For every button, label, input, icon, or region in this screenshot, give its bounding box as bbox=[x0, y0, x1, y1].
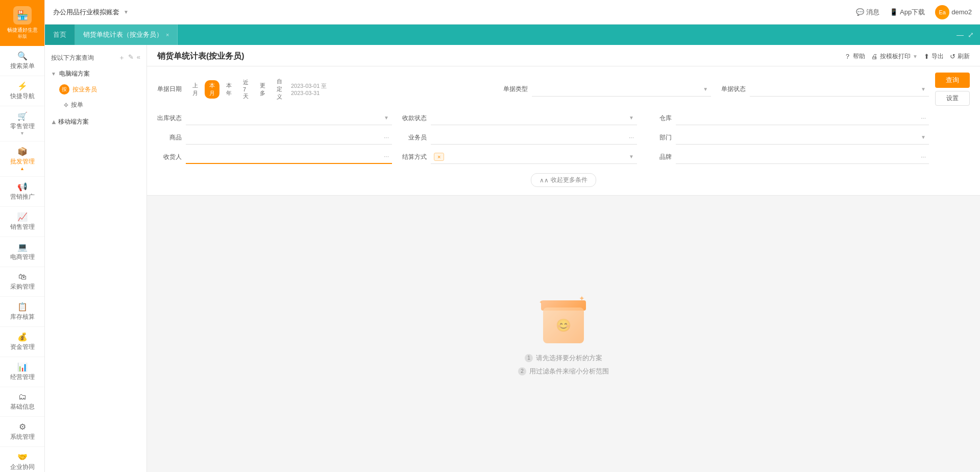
add-scheme-icon[interactable]: ＋ bbox=[118, 53, 125, 62]
sidebar-item-operations[interactable]: 📊 经营管理 bbox=[0, 357, 44, 387]
warehouse-more-icon: ··· bbox=[921, 114, 926, 122]
sidebar-item-quicknav[interactable]: ⚡ 快捷导航 bbox=[0, 76, 44, 106]
recvstatus-select[interactable]: ▼ bbox=[431, 111, 637, 125]
edit-scheme-icon[interactable]: ✎ bbox=[128, 53, 134, 62]
settlement-select[interactable]: × ▼ bbox=[431, 150, 637, 164]
collapse-button[interactable]: ∧∧ 收起更多条件 bbox=[531, 173, 596, 187]
topbar-right: 💬 消息 📱 App下载 Ea demo2 bbox=[856, 5, 972, 19]
date-btn-lastmonth[interactable]: 上月 bbox=[188, 80, 203, 99]
sidebar-item-purchase[interactable]: 🛍 采购管理 bbox=[0, 267, 44, 297]
expand-arrow-icon: ▼ bbox=[51, 71, 56, 77]
brand-label: 品牌 bbox=[647, 153, 676, 161]
sidebar-label-retail: 零售管理 bbox=[10, 122, 35, 131]
filter-row-2: 出库状态 ▼ 收款状态 ▼ 仓库 bbox=[157, 111, 970, 125]
box-body: 😊 bbox=[543, 308, 584, 343]
refresh-button[interactable]: ↺ 刷新 bbox=[950, 52, 970, 61]
help-icon: ？ bbox=[844, 52, 851, 61]
filter-field-settlement: 结算方式 × ▼ bbox=[402, 150, 637, 164]
left-panel: 按以下方案查询 ＋ ✎ « ▼ 电脑端方案 按 按业务员 ❖ 按 bbox=[45, 45, 147, 472]
docstatus-label: 单据状态 bbox=[721, 85, 750, 93]
outstatus-select[interactable]: ▼ bbox=[186, 111, 392, 125]
sidebar: 🏪 畅捷通好生意 标版 🔍 搜索菜单 ⚡ 快捷导航 🛒 零售管理 ▼ 📦 批发管… bbox=[0, 0, 45, 472]
settlement-dropdown-icon: ▼ bbox=[629, 154, 634, 159]
sidebar-item-retail[interactable]: 🛒 零售管理 ▼ bbox=[0, 106, 44, 141]
avatar: Ea bbox=[935, 5, 949, 19]
active-tab-label: 销货单统计表（按业务员） bbox=[83, 30, 163, 39]
recipient-input[interactable]: ··· bbox=[186, 150, 392, 164]
main-area: 办公用品行业模拟账套 ▼ 💬 消息 📱 App下载 Ea demo2 首页 销货… bbox=[45, 0, 980, 472]
settlement-clear-tag: × bbox=[434, 153, 444, 161]
help-button[interactable]: ？ 帮助 bbox=[844, 52, 865, 61]
collapse-panel-icon[interactable]: « bbox=[137, 53, 140, 62]
date-btn-thisyear[interactable]: 本年 bbox=[222, 80, 236, 99]
date-btn-thismonth[interactable]: 本月 bbox=[205, 80, 219, 99]
settings-button[interactable]: 设置 bbox=[935, 91, 970, 106]
sidebar-item-basic-info[interactable]: 🗂 基础信息 bbox=[0, 387, 44, 417]
goods-more-icon: ··· bbox=[384, 134, 389, 141]
tab-shrink-button[interactable]: — bbox=[957, 31, 964, 39]
wholesale-icon: 📦 bbox=[17, 147, 28, 156]
date-buttons: 上月 本月 本年 近7天 更多 自定义 bbox=[188, 76, 287, 102]
empty-hint-2-text: 用过滤条件来缩小分析范围 bbox=[529, 367, 609, 376]
refresh-icon: ↺ bbox=[950, 53, 955, 60]
logo-sub: 标版 bbox=[18, 33, 27, 40]
tab-home[interactable]: 首页 bbox=[45, 25, 75, 45]
salesman-select[interactable]: ··· bbox=[431, 130, 637, 145]
salesman-more-icon: ··· bbox=[629, 134, 634, 141]
query-button[interactable]: 查询 bbox=[935, 73, 970, 88]
sidebar-item-wholesale[interactable]: 📦 批发管理 ▲ bbox=[0, 141, 44, 177]
marketing-icon: 📢 bbox=[17, 182, 28, 192]
sidebar-item-finance[interactable]: 💰 资金管理 bbox=[0, 327, 44, 357]
recipient-more-icon: ··· bbox=[384, 153, 389, 160]
date-btn-more[interactable]: 更多 bbox=[255, 80, 270, 99]
sidebar-item-ecommerce[interactable]: 💻 电商管理 bbox=[0, 237, 44, 267]
sidebar-item-marketing[interactable]: 📢 营销推广 bbox=[0, 177, 44, 207]
page-header: 销货单统计表(按业务员) ？ 帮助 🖨 按模板打印 ▼ ⬆ 导出 bbox=[147, 45, 980, 66]
print-button[interactable]: 🖨 按模板打印 ▼ bbox=[871, 52, 918, 61]
app-download-button[interactable]: 📱 App下载 bbox=[890, 8, 925, 17]
messages-button[interactable]: 💬 消息 bbox=[856, 8, 879, 17]
sidebar-label-wholesale: 批发管理 bbox=[10, 157, 35, 166]
scheme-group-mobile-header[interactable]: ▶ 移动端方案 bbox=[45, 114, 146, 129]
sidebar-item-sales[interactable]: 📈 销售管理 bbox=[0, 207, 44, 237]
recvstatus-dropdown-icon: ▼ bbox=[629, 115, 634, 121]
filter-area: 单据日期 上月 本月 本年 近7天 更多 自定义 2023-03-01 至 20… bbox=[147, 66, 980, 196]
recvstatus-label: 收款状态 bbox=[402, 114, 431, 123]
refresh-label: 刷新 bbox=[958, 52, 970, 61]
scheme-item-by-salesman[interactable]: 按 按业务员 bbox=[45, 81, 146, 98]
operations-icon: 📊 bbox=[17, 362, 28, 372]
empty-illustration: ✦ ✦ 😊 bbox=[538, 292, 589, 343]
tab-expand-button[interactable]: ⤢ bbox=[968, 31, 974, 39]
goods-select[interactable]: ··· bbox=[186, 130, 392, 145]
export-icon: ⬆ bbox=[924, 53, 929, 60]
tab-spacer bbox=[178, 25, 950, 45]
date-range-text: 2023-03-01 至 2023-03-31 bbox=[291, 82, 330, 96]
sidebar-item-collab[interactable]: 🤝 企业协同 bbox=[0, 447, 44, 472]
docstatus-select[interactable]: ▼ bbox=[750, 82, 929, 97]
sidebar-item-system[interactable]: ⚙ 系统管理 bbox=[0, 417, 44, 447]
scheme-item-by-order[interactable]: ❖ 按单 bbox=[45, 98, 146, 112]
sidebar-label-basic-info: 基础信息 bbox=[10, 403, 35, 411]
page-actions: ？ 帮助 🖨 按模板打印 ▼ ⬆ 导出 ↺ 刷新 bbox=[844, 52, 970, 61]
date-btn-custom[interactable]: 自定义 bbox=[272, 76, 287, 102]
tab-close-icon[interactable]: × bbox=[166, 32, 169, 38]
dept-dropdown-icon: ▼ bbox=[921, 134, 926, 140]
doctype-select[interactable]: ▼ bbox=[532, 82, 711, 97]
topbar-dropdown-icon[interactable]: ▼ bbox=[124, 9, 129, 15]
date-btn-7days[interactable]: 近7天 bbox=[238, 77, 253, 102]
doctype-dropdown-icon: ▼ bbox=[703, 86, 708, 92]
sidebar-item-search[interactable]: 🔍 搜索菜单 bbox=[0, 46, 44, 76]
user-menu[interactable]: Ea demo2 bbox=[935, 5, 972, 19]
dept-select[interactable]: ▼ bbox=[676, 130, 929, 145]
scheme-group-desktop-header[interactable]: ▼ 电脑端方案 bbox=[45, 66, 146, 81]
empty-hint-2: 2 用过滤条件来缩小分析范围 bbox=[518, 367, 609, 376]
tab-sales-stats[interactable]: 销货单统计表（按业务员） × bbox=[75, 25, 178, 45]
sidebar-logo[interactable]: 🏪 畅捷通好生意 标版 bbox=[0, 0, 45, 46]
export-button[interactable]: ⬆ 导出 bbox=[924, 52, 944, 61]
settlement-tag-close-icon[interactable]: × bbox=[437, 154, 440, 160]
print-icon: 🖨 bbox=[871, 53, 878, 60]
brand-select[interactable]: ··· bbox=[676, 150, 929, 164]
search-icon: 🔍 bbox=[17, 51, 28, 61]
sidebar-item-inventory[interactable]: 📋 库存核算 bbox=[0, 297, 44, 327]
warehouse-select[interactable]: ··· bbox=[676, 111, 929, 125]
